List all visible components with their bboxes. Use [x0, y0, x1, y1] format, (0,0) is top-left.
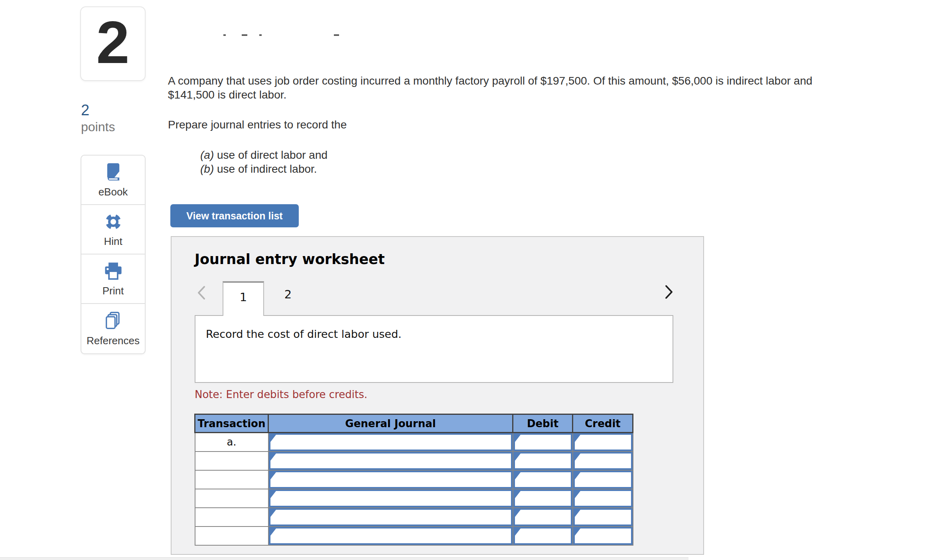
cropped-text-fragment	[223, 34, 226, 36]
debit-input[interactable]	[513, 508, 572, 526]
chevron-right-icon[interactable]	[663, 284, 675, 302]
dropdown-pennant-icon	[575, 472, 580, 479]
tab-1-label: 1	[223, 290, 263, 304]
journal-table: Transaction General Journal Debit Credit…	[194, 414, 633, 546]
transaction-cell	[195, 508, 268, 526]
book-icon	[103, 162, 124, 183]
question-body: A company that uses job order costing in…	[168, 74, 914, 102]
print-button[interactable]: Print	[81, 254, 145, 304]
transaction-cell	[195, 470, 268, 489]
table-row: a.	[195, 433, 633, 452]
dropdown-pennant-icon	[515, 472, 521, 479]
credit-input[interactable]	[573, 508, 633, 526]
transaction-description: Record the cost of direct labor used.	[206, 328, 402, 340]
table-row	[195, 489, 633, 508]
credit-input[interactable]	[573, 471, 633, 489]
debit-input[interactable]	[513, 433, 572, 451]
printer-icon	[103, 261, 124, 282]
table-row	[195, 452, 633, 470]
debit-cell	[513, 433, 573, 452]
journal-entry-worksheet-panel: Journal entry worksheet 1 2 Record the c…	[171, 236, 704, 555]
ebook-button[interactable]: eBook	[81, 156, 145, 205]
general-journal-input[interactable]	[269, 471, 513, 489]
print-label: Print	[103, 285, 124, 297]
tab-1[interactable]: 1	[223, 281, 264, 316]
tools-sidebar: eBook Hint	[81, 155, 146, 354]
ebook-label: eBook	[99, 186, 128, 198]
item-a-text: use of direct labor and	[214, 149, 327, 161]
transaction-cell	[195, 489, 268, 508]
credit-input[interactable]	[573, 452, 633, 470]
transaction-description-box: Record the cost of direct labor used.	[195, 315, 673, 383]
general-journal-cell	[268, 433, 513, 452]
general-journal-cell	[268, 470, 513, 489]
bottom-strip	[0, 557, 688, 560]
table-row	[195, 508, 633, 526]
header-general-journal: General Journal	[268, 414, 513, 433]
question-number-card: 2	[80, 6, 146, 81]
question-instruction: Prepare journal entries to record the	[168, 118, 347, 131]
general-journal-cell	[268, 526, 513, 545]
question-list: (a) use of direct labor and (b) use of i…	[200, 148, 327, 176]
debit-cell	[513, 452, 573, 470]
table-row	[195, 526, 633, 545]
general-journal-input[interactable]	[269, 433, 513, 451]
dropdown-pennant-icon	[515, 528, 521, 536]
stacked-pages-icon	[103, 311, 124, 331]
debit-cell	[513, 526, 573, 545]
question-page: 2 2 points eBook	[0, 0, 933, 560]
general-journal-cell	[268, 508, 513, 526]
table-row	[195, 470, 633, 489]
dropdown-pennant-icon	[270, 435, 276, 442]
credit-cell	[573, 433, 633, 452]
references-button[interactable]: References	[81, 304, 145, 353]
cropped-text-fragment	[334, 34, 339, 36]
debit-input[interactable]	[513, 489, 572, 507]
transaction-cell: a.	[195, 433, 268, 452]
view-transaction-list-button[interactable]: View transaction list	[170, 204, 299, 227]
credit-input[interactable]	[573, 527, 633, 545]
item-b-text: use of indirect labor.	[214, 163, 317, 175]
dropdown-pennant-icon	[270, 510, 276, 517]
credit-input[interactable]	[573, 433, 633, 451]
list-item-b: (b) use of indirect labor.	[200, 162, 327, 176]
journal-table-wrap: Transaction General Journal Debit Credit…	[194, 414, 633, 546]
dropdown-pennant-icon	[575, 528, 580, 536]
credit-cell	[573, 526, 633, 545]
debit-input[interactable]	[513, 527, 572, 545]
transaction-cell	[195, 526, 268, 545]
credit-input[interactable]	[573, 489, 633, 507]
debit-cell	[513, 489, 573, 508]
references-label: References	[87, 335, 140, 347]
header-debit: Debit	[513, 414, 573, 433]
dropdown-pennant-icon	[515, 491, 521, 498]
credit-cell	[573, 452, 633, 470]
header-credit: Credit	[573, 414, 633, 433]
cropped-text-fragment	[259, 34, 262, 36]
list-item-a: (a) use of direct labor and	[200, 148, 327, 162]
dropdown-pennant-icon	[270, 528, 276, 536]
debit-input[interactable]	[513, 452, 572, 470]
points-block: 2 points	[81, 101, 115, 135]
general-journal-input[interactable]	[269, 452, 513, 470]
debit-input[interactable]	[513, 471, 572, 489]
dropdown-pennant-icon	[515, 435, 521, 442]
worksheet-title: Journal entry worksheet	[195, 251, 385, 267]
general-journal-input[interactable]	[269, 489, 513, 507]
dropdown-pennant-icon	[575, 510, 580, 517]
table-header-row: Transaction General Journal Debit Credit	[195, 414, 633, 433]
chevron-left-icon[interactable]	[195, 285, 207, 302]
general-journal-cell	[268, 489, 513, 508]
tab-2[interactable]: 2	[276, 282, 300, 306]
item-b-marker: (b)	[200, 163, 214, 175]
points-label: points	[81, 119, 115, 135]
general-journal-input[interactable]	[269, 527, 513, 545]
item-a-marker: (a)	[200, 149, 214, 161]
hint-button[interactable]: Hint	[81, 205, 145, 254]
general-journal-input[interactable]	[269, 508, 513, 526]
dropdown-pennant-icon	[575, 491, 580, 498]
dropdown-pennant-icon	[575, 454, 580, 461]
life-ring-icon	[103, 211, 124, 232]
credit-cell	[573, 508, 633, 526]
dropdown-pennant-icon	[515, 510, 521, 517]
